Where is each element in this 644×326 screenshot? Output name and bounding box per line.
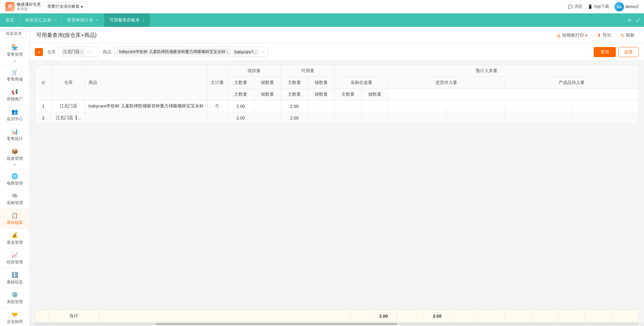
expand-filter-btn[interactable]: » xyxy=(35,48,43,56)
th-current: 现存量 xyxy=(227,65,281,77)
footer-production-aux xyxy=(612,310,639,322)
sidebar-item-finance[interactable]: 💰 资金管理 xyxy=(0,229,29,248)
tab-inventory-close[interactable]: × xyxy=(143,18,145,22)
footer-purchase-aux xyxy=(504,310,531,322)
row-1-purchase-aux xyxy=(362,100,388,112)
org-selector[interactable]: 母婴行业演示账套 ▾ xyxy=(44,2,87,11)
page-title-row: 可用量查询(按仓库+商品) 🖨 按模板打印 ▾ ⬆ 导出 ↻ 刷新 xyxy=(36,31,637,43)
th-incoming: 进货待入量 xyxy=(388,77,505,89)
stats-icon: 📊 xyxy=(11,128,18,135)
online-mall-icon: 🛒 xyxy=(11,69,18,75)
settings-button[interactable]: 设置 xyxy=(619,47,639,57)
refresh-btn[interactable]: ↻ 刷新 xyxy=(618,31,637,40)
arrow-icon: ▲ xyxy=(13,59,16,62)
warehouse-dots[interactable]: ··· xyxy=(87,49,91,55)
sidebar-item-inventory-mgmt[interactable]: 📋 库存核算 xyxy=(0,209,29,229)
print-btn[interactable]: 🖨 按模板打印 ▾ xyxy=(553,31,590,40)
row-1-product: babycare学饮杯 儿童防摔防撞吸管杯重力球吸嘴杯宝宝水杯 xyxy=(85,100,207,112)
sidebar-item-purchase[interactable]: 🛍 采购管理 xyxy=(0,189,29,209)
th-incoming-aux: 辅数量 xyxy=(308,89,335,100)
nav-tabs: 首页 收发存汇总表 × 要货单统计表 × 可用量库存账本 × ✕ ⤢ xyxy=(0,13,644,27)
finance-icon: 💰 xyxy=(11,232,18,238)
table-row: 1 江北门店 babycare学饮杯 儿童防摔防撞吸管杯重力球吸嘴杯宝宝水杯 个… xyxy=(35,100,639,112)
row-2-production-main xyxy=(504,112,572,124)
expand-icon[interactable]: ⤢ xyxy=(634,17,641,24)
scroll-thumb[interactable] xyxy=(156,323,397,325)
purchase-icon: 🛍 xyxy=(12,193,17,199)
filter-row: » 仓库 江北门店 × ··· 商品 babycare学饮杯 儿童防摔防撞吸管杯… xyxy=(30,43,644,61)
footer-area: 合计 2.00 2.00 xyxy=(30,310,644,322)
warehouse-filter: 仓库 江北门店 × ··· xyxy=(47,47,99,57)
tab-receivable-close[interactable]: × xyxy=(54,18,56,22)
export-icon: ⬆ xyxy=(597,33,601,38)
footer-table: 合计 2.00 2.00 xyxy=(35,310,639,322)
sidebar-item-zero-sales[interactable]: 🏪 零售管理 ▲ xyxy=(0,41,29,65)
product-dots[interactable]: ··· xyxy=(261,49,265,55)
warehouse-tag-remove[interactable]: × xyxy=(80,50,83,54)
warehouse-tag-1: 江北门店 × xyxy=(61,48,85,55)
sidebar-item-wholesale[interactable]: 📦 批发管理 ▼ xyxy=(0,145,29,170)
close-all-icon[interactable]: ✕ xyxy=(626,17,633,24)
product-tags[interactable]: babycare学饮杯 儿童防摔防撞吸管杯重力球吸嘴杯宝宝水杯 × babyca… xyxy=(114,47,268,57)
footer-incoming-main xyxy=(531,310,558,322)
th-product: 商品 xyxy=(85,65,207,100)
th-purchase-main: 主数量 xyxy=(227,89,254,100)
footer-empty-2 xyxy=(99,310,350,322)
tab-home[interactable]: 首页 xyxy=(0,13,20,27)
ecommerce-icon: 🌐 xyxy=(11,173,18,179)
row-2-purchase-main xyxy=(335,112,362,124)
marketing-icon: 📢 xyxy=(11,89,18,95)
footer-empty-3 xyxy=(350,310,370,322)
logo-area: 好 畅捷通好生意 标准版 xyxy=(5,2,41,11)
sidebar-item-basic[interactable]: ℹ️ 基础信息 xyxy=(0,268,29,288)
th-current-aux: 辅数量 xyxy=(254,77,281,89)
member-icon: 👥 xyxy=(11,108,18,115)
arrow-icon-2: ▼ xyxy=(13,163,16,167)
sidebar-item-system[interactable]: ⚙️ 系统管理 xyxy=(0,288,29,308)
th-warehouse: 仓库 xyxy=(52,65,85,100)
logo-text: 畅捷通好生意 标准版 xyxy=(17,2,41,11)
row-1-no: 1 xyxy=(35,100,52,112)
logo-icon: 好 xyxy=(5,2,15,11)
footer-available-aux xyxy=(451,310,478,322)
sidebar-item-online-mall[interactable]: 🛒 零售商城 xyxy=(0,65,29,85)
user-area[interactable]: Ea demo2 xyxy=(614,2,639,11)
top-bar-right: 💬 消息 📱 App下载 Ea demo2 xyxy=(568,2,639,11)
footer-production-main xyxy=(585,310,612,322)
row-2-available-main: 2.00 xyxy=(281,112,308,124)
sidebar-item-ecommerce[interactable]: 🌐 电商管理 xyxy=(0,170,29,189)
system-icon: ⚙️ xyxy=(11,291,18,298)
search-input[interactable] xyxy=(3,30,26,38)
product-tag-remove-1[interactable]: × xyxy=(226,50,228,54)
warehouse-label: 仓库 xyxy=(47,49,56,55)
sidebar-item-operation[interactable]: 📈 经营管理 xyxy=(0,248,29,268)
sidebar-item-enterprise[interactable]: 🤝 企业协同 xyxy=(0,308,29,326)
table-area: ⚙ 仓库 商品 主计量 现存量 xyxy=(30,61,644,310)
tab-receivable[interactable]: 收发存汇总表 × xyxy=(20,13,62,27)
product-label: 商品 xyxy=(103,49,111,55)
footer-available-main: 2.00 xyxy=(424,310,451,322)
app-download-action[interactable]: 📱 App下载 xyxy=(588,4,609,9)
chevron-down-icon: ▾ xyxy=(81,4,83,9)
row-1-production-aux xyxy=(572,100,639,112)
footer-current-main: 2.00 xyxy=(370,310,397,322)
tab-inventory[interactable]: 可用量库存账本 × xyxy=(104,13,150,27)
footer-empty-1 xyxy=(35,310,49,322)
message-action[interactable]: 💬 消息 xyxy=(568,4,582,9)
sidebar-item-stats[interactable]: 📊 零售统计 xyxy=(0,125,29,145)
tab-order[interactable]: 要货单统计表 × xyxy=(62,13,104,27)
warehouse-tags[interactable]: 江北门店 × ··· xyxy=(58,47,99,57)
query-button[interactable]: 查询 xyxy=(594,47,616,57)
sidebar-item-member[interactable]: 👥 会员中心 xyxy=(0,105,29,125)
row-1-incoming-main xyxy=(388,100,446,112)
layout: 🏪 零售管理 ▲ 🛒 零售商城 📢 营销推广 👥 会员中心 📊 零售统计 📦 批… xyxy=(0,27,644,326)
tab-order-close[interactable]: × xyxy=(96,18,98,22)
sidebar-item-marketing[interactable]: 📢 营销推广 xyxy=(0,85,29,105)
footer-purchase-main xyxy=(478,310,504,322)
scroll-track[interactable] xyxy=(35,323,639,325)
table-settings-icon[interactable]: ⚙ xyxy=(39,78,48,87)
refresh-icon: ↻ xyxy=(621,33,625,38)
export-btn[interactable]: ⬆ 导出 xyxy=(594,31,614,40)
row-1-warehouse: 江北门店 xyxy=(52,100,85,112)
row-1-production-main xyxy=(504,100,572,112)
